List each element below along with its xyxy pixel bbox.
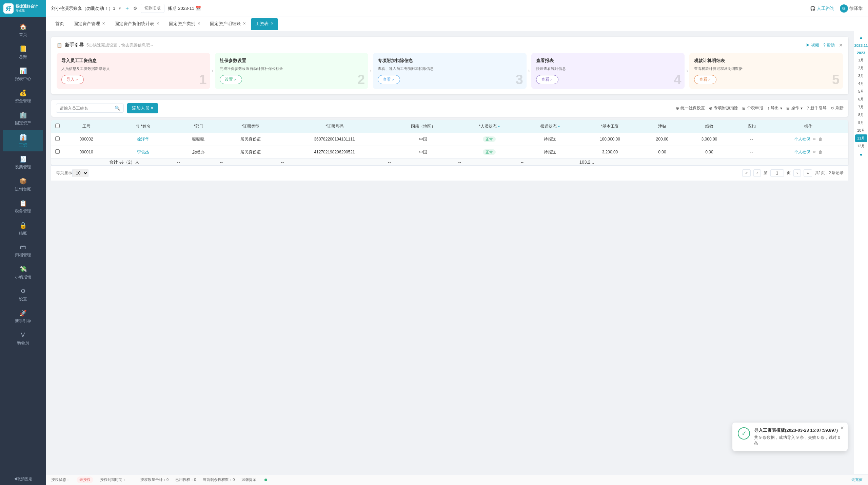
recharge-btn[interactable]: 去充值 — [851, 477, 863, 482]
tab-close-payroll[interactable]: ✕ — [271, 21, 274, 26]
col-header-status[interactable]: *人员状态▾ — [458, 120, 520, 133]
toolbar-wizard-guide-btn[interactable]: ? 新手引导 — [807, 105, 827, 111]
cal-month-8[interactable]: 8月 — [855, 111, 867, 119]
sidebar-item-reports[interactable]: 📊 报表中心 — [3, 64, 43, 85]
page-number-input[interactable] — [770, 169, 784, 177]
cal-month-1[interactable]: 1月 — [855, 56, 867, 64]
calendar-year: 2023.11 — [853, 42, 868, 49]
wizard-video-btn[interactable]: ▶ 视频 — [806, 42, 819, 48]
add-person-btn[interactable]: 添加人员 ▾ — [127, 103, 158, 113]
search-input[interactable] — [60, 106, 113, 111]
next-page-btn[interactable]: › — [793, 169, 801, 177]
sidebar-item-ledger[interactable]: 📒 总账 — [3, 42, 43, 63]
cal-month-11[interactable]: 11月 — [855, 134, 867, 142]
sidebar-unpin[interactable]: ◀取消固定 — [0, 473, 46, 485]
row-checkbox-0[interactable] — [51, 133, 63, 146]
step-btn-3[interactable]: 查看＞ — [378, 75, 400, 84]
sidebar-item-purchase-sales[interactable]: 📦 进销台账 — [3, 174, 43, 195]
wizard-help-btn[interactable]: ? 帮助 — [823, 42, 835, 48]
toast-close-btn[interactable]: ✕ — [840, 425, 844, 431]
cal-month-2[interactable]: 2月 — [855, 64, 867, 72]
last-page-btn[interactable]: » — [804, 169, 812, 177]
sidebar-item-archive[interactable]: 🗃 归档管理 — [3, 240, 43, 261]
service-btn[interactable]: 🎧 人工咨询 — [810, 5, 834, 12]
cal-month-5[interactable]: 5月 — [855, 88, 867, 95]
toolbar-special-deduction-btn[interactable]: ⊕ 专项附加扣除 — [709, 105, 738, 111]
tab-payroll[interactable]: 工资表✕ — [251, 18, 278, 30]
step-btn-2[interactable]: 设置＞ — [220, 75, 242, 84]
sidebar-item-invoices[interactable]: 🧾 发票管理 — [3, 152, 43, 173]
tab-fixed-assets[interactable]: 固定资产管理✕ — [70, 18, 109, 30]
calendar-up-btn[interactable]: ▲ — [855, 33, 867, 41]
tab-fixed-detail[interactable]: 固定资产明细账✕ — [206, 18, 250, 30]
first-page-btn[interactable]: « — [742, 169, 751, 177]
export-icon: ↑ — [767, 106, 769, 111]
search-wrap: 🔍 — [56, 104, 124, 113]
cal-month-10[interactable]: 10月 — [855, 127, 867, 134]
toolbar-refresh-btn[interactable]: ↺ 刷新 — [831, 105, 844, 111]
emp-name-1[interactable]: 李俊杰 — [109, 146, 177, 159]
col-header-report-status[interactable]: 报送状态▾ — [520, 120, 579, 133]
edit-icon-0[interactable]: ✏ — [813, 137, 816, 142]
switch-version-btn[interactable]: 切到旧版 — [141, 4, 164, 13]
emp-no-1: 000010 — [63, 146, 109, 159]
wizard-close-btn[interactable]: ✕ — [839, 42, 843, 48]
tab-close-fixed-assets[interactable]: ✕ — [102, 21, 105, 26]
row-checkbox-1[interactable] — [51, 146, 63, 159]
special-deduction-icon: ⊕ — [709, 106, 712, 111]
toolbar-social-insurance-btn[interactable]: ⊕ 统一社保设置 — [676, 105, 705, 111]
filter-icon-status[interactable]: ▾ — [498, 125, 500, 128]
sidebar-item-closing[interactable]: 🔒 结账 — [3, 218, 43, 240]
step-btn-4[interactable]: 查看＞ — [536, 75, 558, 84]
toolbar-export-btn[interactable]: ↑ 导出 ▾ — [767, 105, 782, 111]
select-all-checkbox[interactable] — [55, 124, 60, 128]
per-page-select[interactable]: 10 20 50 — [72, 169, 88, 177]
toolbar-tax-report-btn[interactable]: ⊞ 个税申报 — [742, 105, 763, 111]
sidebar-item-guide[interactable]: 🚀 新手引导 — [3, 306, 43, 328]
delete-icon-1[interactable]: 🗑 — [818, 150, 823, 154]
col-header-basic-salary: *基本工资 — [579, 120, 640, 133]
cal-month-7[interactable]: 7月 — [855, 103, 867, 111]
cal-month-9[interactable]: 9月 — [855, 119, 867, 127]
step-btn-5[interactable]: 查看＞ — [694, 75, 716, 84]
sidebar-item-funds[interactable]: 💰 资金管理 — [3, 86, 43, 107]
tab-fixed-category[interactable]: 固定资产类别✕ — [165, 18, 204, 30]
tab-close-fixed-detail[interactable]: ✕ — [243, 21, 246, 26]
calendar-icon[interactable]: 📅 — [196, 6, 201, 11]
action-link-1[interactable]: 个人社保 — [794, 150, 810, 154]
delete-icon-0[interactable]: 🗑 — [818, 137, 823, 142]
tab-close-fixed-category[interactable]: ✕ — [197, 21, 200, 26]
add-account-btn[interactable]: ＋ — [124, 5, 130, 12]
user-menu[interactable]: 徐 徐泽华 — [840, 4, 863, 13]
sidebar-item-vip[interactable]: V 畅会员 — [3, 328, 43, 349]
headphone-icon: 🎧 — [810, 6, 815, 11]
prev-page-btn[interactable]: ‹ — [753, 169, 761, 177]
col-header-checkbox — [51, 120, 63, 133]
cal-month-4[interactable]: 4月 — [855, 80, 867, 88]
sidebar-item-payroll[interactable]: 👔 工资 — [3, 130, 43, 151]
action-0[interactable]: 个人社保 ✏ 🗑 — [768, 133, 848, 146]
sidebar-item-home[interactable]: 🏠 首页 — [3, 20, 43, 41]
toast-title: 导入工资表模板(2023-03-23 15:07:59.897) — [754, 427, 842, 433]
account-dropdown-icon[interactable]: ▾ — [119, 6, 121, 11]
sidebar-item-fixed-assets[interactable]: 🏢 固定资产 — [3, 108, 43, 129]
cal-month-3[interactable]: 3月 — [855, 72, 867, 80]
filter-icon-report-status[interactable]: ▾ — [558, 125, 560, 128]
sidebar-item-tax[interactable]: 📋 税务管理 — [3, 196, 43, 218]
calendar-down-btn[interactable]: ▼ — [855, 151, 867, 159]
toolbar-operation-btn[interactable]: ⊞ 操作 ▾ — [786, 105, 803, 111]
step-btn-1[interactable]: 导入＞ — [61, 75, 84, 84]
edit-icon-1[interactable]: ✏ — [813, 150, 816, 154]
settings-icon[interactable]: ⚙ — [133, 6, 137, 11]
cal-month-6[interactable]: 6月 — [855, 95, 867, 103]
emp-name-0[interactable]: 徐泽华 — [109, 133, 177, 146]
sidebar-item-expense[interactable]: 💸 小畅报销 — [3, 262, 43, 283]
tab-fixed-depreciation[interactable]: 固定资产折旧统计表✕ — [111, 18, 163, 30]
action-link-0[interactable]: 个人社保 — [794, 137, 810, 142]
sidebar-item-settings[interactable]: ⚙ 设置 — [3, 284, 43, 305]
action-1[interactable]: 个人社保 ✏ 🗑 — [768, 146, 848, 159]
tab-close-fixed-depreciation[interactable]: ✕ — [156, 21, 159, 26]
col-header-name[interactable]: ⇅*姓名 — [109, 120, 177, 133]
tab-home[interactable]: 首页 — [51, 18, 68, 30]
cal-month-12[interactable]: 12月 — [855, 142, 867, 150]
